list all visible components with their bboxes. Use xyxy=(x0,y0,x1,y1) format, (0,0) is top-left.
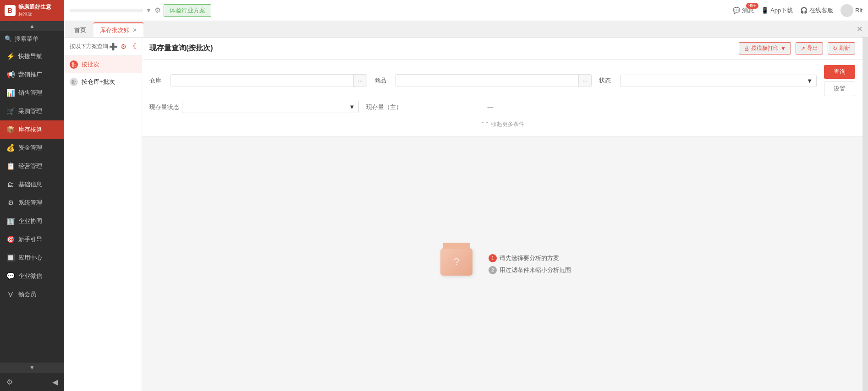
page-area: 按以下方案查询 ➕ ⚙ 《 批 按批次 批 按仓库+批次 现存量查询(按批次) xyxy=(64,38,868,391)
content-area: 现存量查询(按批次) 🖨 按模板打印 ▼ ↗ 导出 ↻ 刷新 xyxy=(142,38,863,391)
user-item[interactable]: Rit xyxy=(841,4,863,17)
sidebar-item-enterprise[interactable]: 🏢企业协同 xyxy=(0,212,64,230)
inventory-icon: 📦 xyxy=(6,125,15,134)
basic-label: 基础信息 xyxy=(18,180,42,189)
topbar-search-box[interactable] xyxy=(70,9,143,12)
sidebar-item-sales[interactable]: 📊销售管理 xyxy=(0,84,64,102)
sidebar-item-marketing[interactable]: 📢营销推广 xyxy=(0,65,64,84)
member-label: 畅会员 xyxy=(18,290,36,299)
close-panel-icon[interactable]: ✕ xyxy=(855,23,864,35)
sales-icon: 📊 xyxy=(6,89,15,97)
scheme-item-by-batch[interactable]: 批 按批次 xyxy=(64,56,142,73)
settings-scheme-icon[interactable]: ⚙ xyxy=(121,43,126,51)
refresh-icon: ↻ xyxy=(833,45,837,52)
product-filter: 商品 ··· xyxy=(374,74,592,87)
add-scheme-icon[interactable]: ➕ xyxy=(109,43,118,51)
sidebar-item-inventory[interactable]: 📦库存核算 xyxy=(0,120,64,139)
scheme-label-by-warehouse-batch: 按仓库+批次 xyxy=(82,78,115,86)
right-edge-tab[interactable] xyxy=(863,38,868,391)
sidebar-item-app[interactable]: 🔲应用中心 xyxy=(0,249,64,267)
sidebar-header: B 畅康通好生意 标准版 xyxy=(0,0,64,21)
page-header-actions: 🖨 按模板打印 ▼ ↗ 导出 ↻ 刷新 xyxy=(739,42,855,54)
messages-item[interactable]: 💬 消息 99+ xyxy=(733,6,754,15)
collapse-row[interactable]: ⌃⌃ 收起更多条件 xyxy=(149,118,855,131)
tabbar: 首页库存批次账✕ ✕ xyxy=(64,21,868,38)
export-button[interactable]: ↗ 导出 xyxy=(796,42,823,54)
sidebar-item-system[interactable]: ⚙系统管理 xyxy=(0,194,64,212)
warehouse-dots-btn[interactable]: ··· xyxy=(353,75,367,87)
finance-label: 资金管理 xyxy=(18,144,42,152)
settings-topbar-icon[interactable]: ⚙ xyxy=(154,6,161,15)
tab-home[interactable]: 首页 xyxy=(68,23,93,37)
collapse-sidebar-icon[interactable]: ◀ xyxy=(52,378,58,386)
username-label: Rit xyxy=(855,7,863,14)
enterprise-icon: 🏢 xyxy=(6,217,15,225)
scroll-up-btn[interactable]: ▲ xyxy=(0,21,64,31)
logo-icon: B xyxy=(5,5,16,16)
stock-status-filter: 现存量状态 ▼ xyxy=(149,101,359,113)
scheme-panel: 按以下方案查询 ➕ ⚙ 《 批 按批次 批 按仓库+批次 xyxy=(64,38,142,391)
filter-row-2: 现存量状态 ▼ 现存量（主） — xyxy=(149,101,855,113)
sidebar-scroll: 🔍 搜索菜单 ⚡快捷导航📢营销推广📊销售管理🛒采购管理📦库存核算💰资金管理📋经营… xyxy=(0,31,64,363)
stock-status-select[interactable]: ▼ xyxy=(182,101,359,113)
main-area: ▼ ⚙ 体验行业方案 💬 消息 99+ 📱 App下载 🎧 在线客服 Rit xyxy=(64,0,868,391)
chevron-down-status-icon: ▼ xyxy=(807,77,813,84)
purchase-icon: 🛒 xyxy=(6,107,15,115)
sidebar-item-basic[interactable]: 🗂基础信息 xyxy=(0,175,64,194)
settings-button[interactable]: 设置 xyxy=(824,81,855,96)
product-label: 商品 xyxy=(374,76,393,85)
chevron-down-icon: ▼ xyxy=(146,7,152,14)
sidebar-item-quick-nav[interactable]: ⚡快捷导航 xyxy=(0,47,64,65)
scheme-item-by-warehouse-batch[interactable]: 批 按仓库+批次 xyxy=(64,73,142,91)
chevron-down-print-icon: ▼ xyxy=(780,45,786,52)
status-select[interactable]: ▼ xyxy=(620,75,817,87)
sales-label: 销售管理 xyxy=(18,89,42,97)
scroll-down-btn[interactable]: ▼ xyxy=(0,363,64,373)
scheme-header-actions: ➕ ⚙ 《 xyxy=(109,42,136,51)
sidebar-item-wechat[interactable]: 💬企业微信 xyxy=(0,267,64,285)
scheme-icon-by-warehouse-batch: 批 xyxy=(70,78,78,86)
sidebar-search[interactable]: 🔍 搜索菜单 xyxy=(0,31,64,47)
system-label: 系统管理 xyxy=(18,199,42,207)
tab-label-home: 首页 xyxy=(74,27,86,33)
tab-inventory-batch[interactable]: 库存批次账✕ xyxy=(93,22,143,37)
collapse-scheme-icon[interactable]: 《 xyxy=(129,42,136,51)
sidebar-item-purchase[interactable]: 🛒采购管理 xyxy=(0,102,64,120)
member-icon: V xyxy=(6,290,15,299)
scheme-header-label: 按以下方案查询 xyxy=(70,43,108,50)
sidebar-footer: ⚙ ◀ xyxy=(0,373,64,391)
sidebar-item-guide[interactable]: 🎯新手引导 xyxy=(0,230,64,249)
product-dots-btn[interactable]: ··· xyxy=(578,75,592,87)
product-input[interactable] xyxy=(396,75,578,87)
basic-icon: 🗂 xyxy=(6,180,15,189)
warehouse-input[interactable] xyxy=(171,75,353,87)
search-icon: 🔍 xyxy=(5,35,12,42)
finance-icon: 💰 xyxy=(6,144,15,152)
status-label: 状态 xyxy=(599,76,617,85)
scheme-label-by-batch: 按批次 xyxy=(82,60,99,69)
query-button[interactable]: 查询 xyxy=(824,65,855,79)
wechat-icon: 💬 xyxy=(6,272,15,280)
trial-button[interactable]: 体验行业方案 xyxy=(164,4,211,17)
guide-icon: 🎯 xyxy=(6,235,15,244)
edition-label: 标准版 xyxy=(18,11,51,17)
refresh-button[interactable]: ↻ 刷新 xyxy=(828,42,855,54)
nav-items: ⚡快捷导航📢营销推广📊销售管理🛒采购管理📦库存核算💰资金管理📋经营管理🗂基础信息… xyxy=(0,47,64,304)
sidebar-item-member[interactable]: V畅会员 xyxy=(0,285,64,304)
warehouse-filter: 仓库 ··· xyxy=(149,74,367,87)
messages-badge: 99+ xyxy=(746,3,758,9)
sidebar-item-operations[interactable]: 📋经营管理 xyxy=(0,157,64,175)
app-download-item[interactable]: 📱 App下载 xyxy=(761,6,793,15)
print-button[interactable]: 🖨 按模板打印 ▼ xyxy=(739,42,791,54)
collapse-icon: ⌃⌃ xyxy=(480,121,489,127)
sidebar-item-finance[interactable]: 💰资金管理 xyxy=(0,139,64,157)
online-service-item[interactable]: 🎧 在线客服 xyxy=(800,6,833,15)
company-name: 畅康通好生意 xyxy=(18,4,51,11)
status-filter: 状态 ▼ xyxy=(599,75,817,87)
filter-row-1: 仓库 ··· 商品 ··· xyxy=(149,65,855,96)
system-icon: ⚙ xyxy=(6,199,15,207)
tabs-container: 首页库存批次账✕ xyxy=(68,21,143,37)
settings-footer-icon[interactable]: ⚙ xyxy=(6,378,13,386)
message-icon: 💬 xyxy=(733,7,740,14)
tab-close-inventory-batch[interactable]: ✕ xyxy=(132,27,137,33)
